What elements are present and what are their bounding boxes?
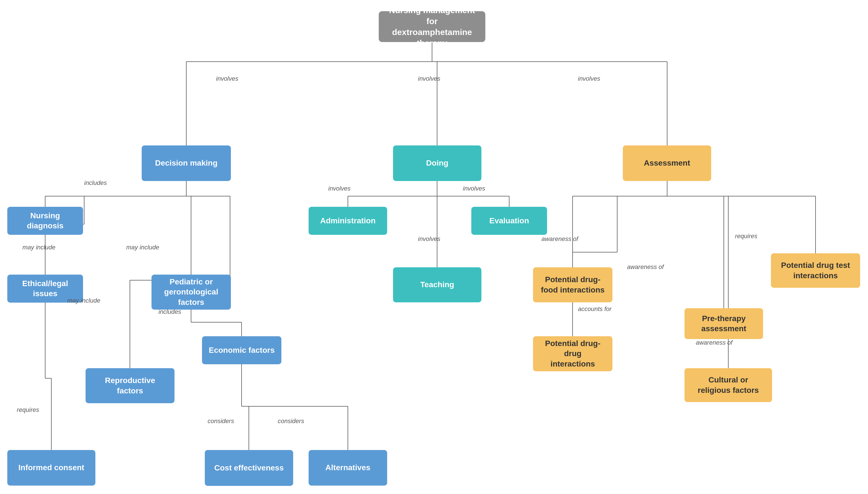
doing-node: Doing: [393, 146, 482, 181]
edge-label-involves-2: involves: [418, 75, 440, 82]
decision-making-node: Decision making: [142, 146, 231, 181]
drug-food-label: Potential drug- food interactions: [541, 274, 604, 295]
edge-label-considers-1: considers: [207, 418, 234, 425]
edge-label-accounts-for: accounts for: [578, 305, 612, 313]
edge-label-involves-6: involves: [418, 235, 440, 243]
assessment-node: Assessment: [623, 146, 711, 181]
doing-label: Doing: [426, 158, 448, 168]
edge-label-awareness-3: awareness of: [696, 339, 733, 346]
administration-node: Administration: [309, 207, 387, 235]
edge-label-involves-3: involves: [578, 75, 600, 82]
evaluation-node: Evaluation: [471, 207, 547, 235]
alternatives-node: Alternatives: [309, 450, 387, 486]
ethical-legal-label: Ethical/legal issues: [11, 279, 79, 299]
teaching-node: Teaching: [393, 267, 482, 302]
edge-label-may-include-1: may include: [22, 244, 55, 251]
evaluation-label: Evaluation: [489, 216, 529, 226]
nursing-diagnosis-label: Nursing diagnosis: [11, 211, 79, 231]
administration-label: Administration: [320, 216, 376, 226]
drug-drug-label: Potential drug-drug interactions: [537, 339, 609, 369]
pre-therapy-node: Pre-therapy assessment: [685, 308, 763, 339]
drug-test-node: Potential drug test interactions: [771, 253, 860, 288]
root-label: Nursing management for dextroamphetamine…: [383, 5, 482, 49]
edge-label-includes-2: includes: [159, 308, 181, 316]
decision-making-label: Decision making: [155, 158, 218, 168]
pre-therapy-label: Pre-therapy assessment: [701, 314, 746, 334]
edge-label-involves-5: involves: [463, 185, 485, 192]
alternatives-label: Alternatives: [325, 463, 370, 473]
reproductive-factors-node: Reproductive factors: [86, 368, 175, 403]
edge-label-may-include-2: may include: [67, 297, 100, 304]
drug-drug-node: Potential drug-drug interactions: [533, 336, 612, 371]
nursing-diagnosis-node: Nursing diagnosis: [7, 207, 83, 235]
edge-label-involves-1: involves: [216, 75, 238, 82]
assessment-label: Assessment: [644, 158, 690, 168]
edge-label-requires-2: requires: [735, 232, 757, 240]
teaching-label: Teaching: [420, 280, 454, 290]
root-node: Nursing management for dextroamphetamine…: [379, 11, 485, 42]
economic-factors-label: Economic factors: [209, 345, 275, 355]
cultural-religious-node: Cultural or religious factors: [685, 368, 772, 402]
edge-label-includes-1: includes: [84, 179, 107, 187]
economic-factors-node: Economic factors: [202, 336, 282, 364]
edge-label-may-include-3: may include: [126, 244, 159, 251]
informed-consent-node: Informed consent: [7, 450, 95, 486]
cultural-religious-label: Cultural or religious factors: [698, 375, 759, 395]
pediatric-geo-label: Pediatric or gerontological factors: [164, 277, 218, 307]
pediatric-geo-node: Pediatric or gerontological factors: [151, 274, 231, 310]
informed-consent-label: Informed consent: [19, 463, 85, 473]
edge-label-awareness-1: awareness of: [541, 235, 578, 243]
cost-effectiveness-node: Cost effectiveness: [205, 450, 293, 486]
cost-effectiveness-label: Cost effectiveness: [214, 463, 284, 473]
drug-test-label: Potential drug test interactions: [781, 260, 850, 281]
edge-label-requires-1: requires: [17, 406, 39, 414]
edge-label-awareness-2: awareness of: [627, 263, 664, 271]
reproductive-factors-label: Reproductive factors: [105, 376, 155, 396]
edge-label-involves-4: involves: [328, 185, 350, 192]
drug-food-node: Potential drug- food interactions: [533, 267, 612, 302]
edge-label-considers-2: considers: [278, 418, 304, 425]
